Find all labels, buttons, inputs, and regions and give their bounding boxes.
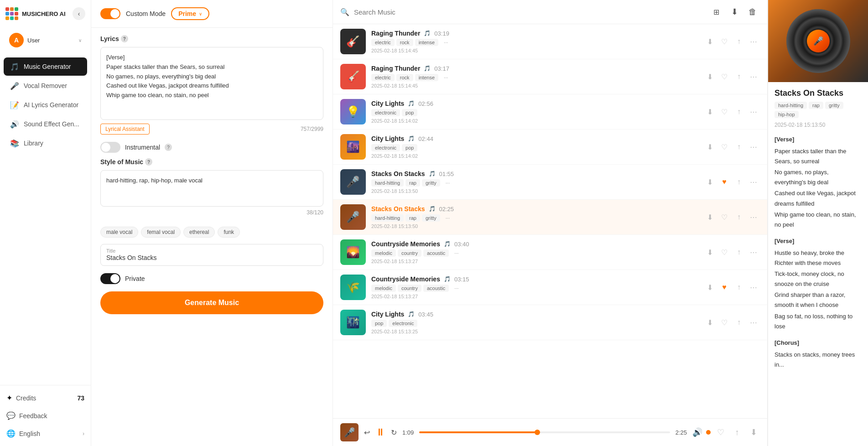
- download-button[interactable]: ⬇: [703, 246, 716, 259]
- waveform-icon: 🎵: [429, 206, 436, 212]
- like-button[interactable]: ♡: [718, 316, 731, 329]
- lyric-line: Bag so fat, no loss, nothing to lose: [774, 311, 862, 332]
- share-button[interactable]: ↑: [733, 140, 745, 153]
- more-button[interactable]: ⋯: [747, 281, 760, 294]
- song-item[interactable]: 🎸 Raging Thunder 🎵 03:19 electric rock i…: [333, 24, 767, 59]
- share-button[interactable]: ↑: [733, 70, 745, 83]
- download-button[interactable]: ⬇: [703, 140, 716, 153]
- player-progress-bar[interactable]: [419, 431, 670, 433]
- share-button[interactable]: ↑: [733, 211, 745, 223]
- instrumental-toggle[interactable]: [100, 142, 120, 153]
- more-button[interactable]: ⋯: [747, 176, 760, 188]
- download-button[interactable]: ⬇: [703, 35, 716, 48]
- share-button[interactable]: ↑: [733, 246, 745, 259]
- song-item[interactable]: 🌃 City Lights 🎵 03:45 pop electronic 202…: [333, 305, 767, 340]
- song-duration: 02:25: [439, 206, 454, 213]
- more-button[interactable]: ⋯: [747, 246, 760, 259]
- more-button[interactable]: ⋯: [747, 140, 760, 153]
- sidebar-item-sound-effect[interactable]: 🔊 Sound Effect Gen...: [4, 115, 87, 133]
- download-button[interactable]: ⬇: [703, 176, 716, 188]
- sidebar-item-music-generator[interactable]: 🎵 Music Generator: [4, 57, 87, 76]
- verse-label-1: [Verse]: [774, 135, 862, 145]
- more-button[interactable]: ⋯: [747, 105, 760, 118]
- song-date: 2025-02-18 15:14:02: [371, 153, 698, 159]
- sidebar-back-button[interactable]: ‹: [73, 7, 85, 20]
- prime-label: Prime: [178, 10, 196, 17]
- like-button[interactable]: ♡: [718, 246, 731, 259]
- song-item[interactable]: 🌆 City Lights 🎵 02:44 electronic pop 202…: [333, 130, 767, 165]
- style-tag-funk[interactable]: funk: [218, 227, 240, 238]
- forward-button[interactable]: ↻: [391, 428, 397, 437]
- user-profile[interactable]: A User ∨: [4, 29, 87, 51]
- share-button[interactable]: ↑: [733, 316, 745, 329]
- sidebar-item-vocal-remover[interactable]: 🎤 Vocal Remover: [4, 77, 87, 95]
- song-tag: gritty: [422, 214, 440, 222]
- style-box[interactable]: hard-hitting, rap, hip-hop, male vocal: [100, 170, 323, 207]
- download-button[interactable]: ⬇: [703, 281, 716, 294]
- share-button[interactable]: ↑: [733, 105, 745, 118]
- style-tag-ethereal[interactable]: ethereal: [183, 227, 215, 238]
- title-field[interactable]: Title: [100, 244, 323, 266]
- song-item-active[interactable]: 🎤 Stacks On Stacks 🎵 02:25 hard-hitting …: [333, 200, 767, 235]
- song-item[interactable]: 🎤 Stacks On Stacks 🎵 01:55 hard-hitting …: [333, 165, 767, 200]
- download-button[interactable]: ⬇: [703, 70, 716, 83]
- like-button[interactable]: ♡: [718, 70, 731, 83]
- like-button[interactable]: ♥: [718, 176, 731, 188]
- more-button[interactable]: ⋯: [747, 316, 760, 329]
- download-button[interactable]: ⬇: [703, 105, 716, 118]
- song-item[interactable]: 🎸 Raging Thunder 🎵 03:17 electric rock i…: [333, 59, 767, 94]
- download-all-button[interactable]: ⬇: [727, 5, 742, 19]
- sidebar-item-library[interactable]: 📚 Library: [4, 134, 87, 152]
- lyrics-section-label: Lyrics ?: [100, 35, 323, 42]
- lyrical-assistant-button[interactable]: Lyrical Assistant: [100, 124, 150, 135]
- more-button[interactable]: ⋯: [747, 70, 760, 83]
- search-input[interactable]: [354, 8, 704, 16]
- style-text: hard-hitting, rap, hip-hop, male vocal: [106, 176, 317, 186]
- player-bar: 🎤 ↩ ⏸ ↻ 1:09 2:25 🔊 ♡ ↑ ⬇: [333, 418, 767, 446]
- share-button[interactable]: ↑: [733, 281, 745, 294]
- private-toggle[interactable]: [100, 273, 120, 284]
- song-tag: acoustic: [423, 249, 449, 257]
- more-button[interactable]: ⋯: [747, 35, 760, 48]
- download-button[interactable]: ⬇: [703, 316, 716, 329]
- share-button[interactable]: ↑: [733, 176, 745, 188]
- grid-view-button[interactable]: ⊞: [709, 5, 723, 19]
- feedback-label: Feedback: [19, 412, 84, 420]
- like-button[interactable]: ♡: [718, 211, 731, 223]
- title-input[interactable]: [106, 254, 317, 261]
- feedback-row[interactable]: 💬 Feedback: [0, 407, 91, 425]
- like-button[interactable]: ♡: [718, 140, 731, 153]
- style-tag-femal-vocal[interactable]: femal vocal: [141, 227, 181, 238]
- song-tag: hard-hitting: [371, 179, 404, 187]
- style-tag-male-vocal[interactable]: male vocal: [100, 227, 138, 238]
- sidebar-item-ai-lyrics[interactable]: 📝 AI Lyrics Generator: [4, 96, 87, 114]
- language-row[interactable]: 🌐 English ›: [0, 425, 91, 442]
- song-item[interactable]: 🌄 Countryside Memories 🎵 03:40 melodic c…: [333, 235, 767, 270]
- song-item[interactable]: 💡 City Lights 🎵 02:56 electronic pop 202…: [333, 94, 767, 130]
- song-tag-more: ···: [442, 214, 453, 222]
- generate-music-button[interactable]: Generate Music: [100, 291, 323, 314]
- share-button[interactable]: ↑: [733, 35, 745, 48]
- download-button[interactable]: ⬇: [703, 211, 716, 223]
- ai-lyrics-icon: 📝: [10, 100, 19, 109]
- volume-icon[interactable]: 🔊: [692, 427, 702, 437]
- song-item[interactable]: 🌾 Countryside Memories 🎵 03:15 melodic c…: [333, 270, 767, 305]
- song-title: Countryside Memories: [371, 275, 440, 283]
- song-tag: intense: [415, 74, 438, 81]
- song-tags: electronic pop: [371, 109, 698, 116]
- player-like-button[interactable]: ♡: [714, 426, 727, 439]
- nav-label-ai-lyrics: AI Lyrics Generator: [24, 101, 78, 109]
- prime-button[interactable]: Prime ∨: [171, 7, 209, 20]
- pause-button[interactable]: ⏸: [375, 426, 385, 438]
- delete-all-button[interactable]: 🗑: [745, 5, 760, 19]
- like-button[interactable]: ♡: [718, 105, 731, 118]
- player-download-button[interactable]: ⬇: [747, 426, 760, 439]
- replay-button[interactable]: ↩: [364, 428, 370, 437]
- custom-mode-toggle[interactable]: [100, 8, 120, 19]
- song-tags: melodic country acoustic ···: [371, 249, 698, 257]
- lyrics-box[interactable]: [Verse] Paper stacks taller than the Sea…: [100, 47, 323, 120]
- more-button[interactable]: ⋯: [747, 211, 760, 223]
- like-button[interactable]: ♥: [718, 281, 731, 294]
- like-button[interactable]: ♡: [718, 35, 731, 48]
- player-share-button[interactable]: ↑: [731, 426, 743, 439]
